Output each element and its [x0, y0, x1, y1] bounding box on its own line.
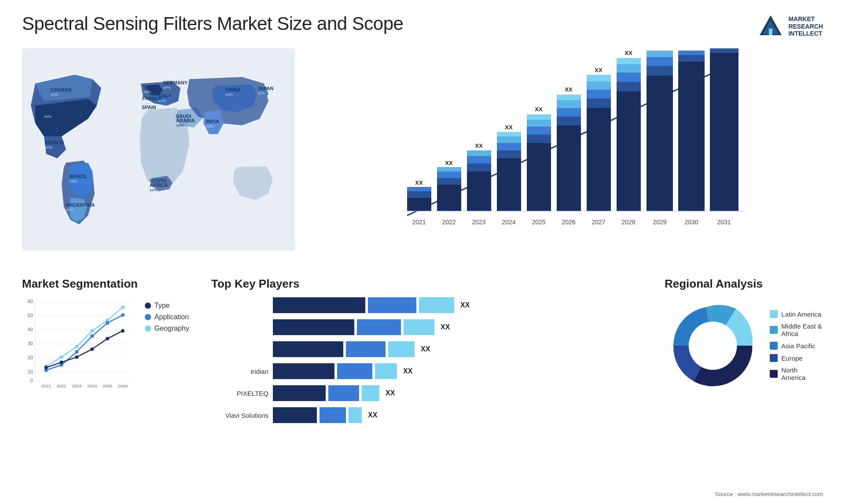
legend-geography-label: Geography [154, 325, 189, 332]
svg-rect-93 [647, 51, 673, 57]
svg-point-145 [121, 329, 125, 332]
svg-rect-96 [678, 62, 705, 211]
svg-rect-83 [617, 91, 641, 211]
svg-rect-73 [557, 95, 581, 100]
svg-text:2026: 2026 [118, 383, 128, 388]
svg-rect-84 [617, 82, 641, 91]
svg-text:XX: XX [445, 160, 453, 166]
svg-text:JAPAN: JAPAN [257, 86, 274, 91]
svg-text:INDIA: INDIA [206, 119, 219, 124]
svg-rect-80 [587, 75, 611, 81]
svg-text:XX: XX [687, 48, 695, 49]
svg-rect-98 [678, 51, 705, 55]
logo-icon [757, 13, 784, 40]
svg-text:CHINA: CHINA [225, 87, 241, 92]
player-bar-pixelteq: XX [273, 385, 395, 401]
svg-text:XX: XX [475, 142, 483, 149]
legend-latin-america: Latin America [770, 310, 823, 318]
legend-type: Type [145, 302, 189, 310]
asia-pacific-color [770, 342, 778, 350]
svg-text:xx%: xx% [163, 85, 170, 90]
svg-text:xx%: xx% [257, 91, 265, 95]
regional-section: Regional Analysis [656, 277, 823, 497]
segmentation-title: Market Segmentation [22, 277, 189, 291]
source-text: Source : www.marketresearchintellect.com [715, 491, 823, 497]
svg-text:xx%: xx% [44, 114, 51, 119]
svg-rect-40 [407, 187, 431, 191]
svg-point-130 [75, 345, 78, 348]
page-container: Spectral Sensing Filters Market Size and… [0, 0, 845, 504]
player-label-iridian: XX [403, 367, 412, 375]
player-bar-3: XX [273, 341, 430, 357]
svg-text:xx%: xx% [143, 90, 151, 94]
svg-text:XX: XX [565, 86, 573, 93]
player-row-1: XX [211, 297, 647, 313]
svg-rect-102 [710, 48, 738, 53]
player-bar-1: XX [273, 297, 470, 313]
donut-container: Latin America Middle East &Africa Asia P… [665, 297, 823, 394]
svg-text:MEXICO: MEXICO [45, 140, 64, 145]
latin-america-label: Latin America [781, 310, 821, 318]
svg-point-142 [75, 355, 78, 359]
svg-text:xx%: xx% [45, 145, 52, 150]
svg-text:XX: XX [656, 48, 664, 50]
svg-rect-57 [497, 143, 521, 150]
svg-rect-69 [557, 125, 581, 211]
legend-application-label: Application [154, 313, 189, 321]
svg-rect-62 [527, 143, 551, 211]
svg-text:ITALY: ITALY [158, 93, 172, 99]
svg-text:2030: 2030 [684, 219, 698, 226]
main-bar-chart-svg: XX 2021 XX 2022 XX 2023 [304, 48, 823, 251]
regional-legend: Latin America Middle East &Africa Asia P… [770, 310, 823, 381]
svg-text:2021: 2021 [41, 383, 51, 388]
main-content: CANADA xx% U.S. xx% MEXICO xx% BRAZIL xx… [22, 48, 823, 268]
svg-text:GERMANY: GERMANY [163, 80, 188, 85]
svg-text:ARGENTINA: ARGENTINA [66, 202, 95, 208]
svg-rect-43 [437, 185, 461, 211]
svg-rect-38 [407, 198, 431, 211]
key-players-title: Top Key Players [211, 277, 647, 291]
europe-color [770, 354, 778, 362]
svg-text:2023: 2023 [72, 383, 82, 388]
svg-point-141 [60, 361, 63, 364]
svg-rect-46 [437, 167, 461, 172]
svg-text:2024: 2024 [87, 383, 97, 388]
svg-point-129 [60, 355, 63, 359]
svg-rect-64 [527, 127, 551, 135]
svg-text:ARABIA: ARABIA [176, 118, 195, 123]
legend-application: Application [145, 313, 189, 321]
svg-text:XX: XX [595, 67, 603, 73]
svg-text:2028: 2028 [621, 219, 635, 226]
svg-rect-92 [647, 57, 673, 66]
svg-text:xx%: xx% [158, 99, 166, 103]
page-title: Spectral Sensing Filters Market Size and… [22, 13, 403, 34]
svg-text:xx%: xx% [176, 123, 184, 128]
svg-text:2029: 2029 [653, 219, 666, 226]
player-name-viavi: Viavi Solutions [211, 412, 268, 419]
svg-text:xx%: xx% [206, 124, 213, 128]
svg-text:xx%: xx% [150, 188, 157, 192]
svg-rect-78 [587, 90, 611, 99]
player-name-pixelteq: PIXELTEQ [211, 390, 268, 397]
svg-text:30: 30 [28, 341, 33, 346]
svg-rect-91 [647, 66, 673, 76]
segmentation-chart-svg: 60 50 40 30 20 10 0 2021 2022 2023 2024 … [22, 297, 136, 394]
legend-type-label: Type [154, 302, 170, 310]
player-label-viavi: XX [368, 411, 377, 419]
asia-pacific-label: Asia Pacific [781, 342, 816, 350]
svg-rect-90 [647, 76, 673, 211]
svg-text:xx%: xx% [225, 92, 233, 97]
latin-america-color [770, 310, 778, 318]
svg-point-144 [106, 337, 109, 340]
svg-text:2027: 2027 [592, 219, 605, 226]
svg-point-131 [90, 329, 94, 332]
svg-rect-51 [467, 156, 491, 164]
svg-text:SPAIN: SPAIN [142, 105, 156, 110]
svg-text:2022: 2022 [57, 383, 67, 388]
svg-rect-58 [497, 136, 521, 143]
svg-rect-44 [437, 178, 461, 185]
player-row-iridian: Iridian XX [211, 363, 647, 379]
svg-text:U.K.: U.K. [143, 84, 153, 90]
regional-title: Regional Analysis [665, 277, 823, 291]
svg-text:XX: XX [505, 124, 513, 131]
